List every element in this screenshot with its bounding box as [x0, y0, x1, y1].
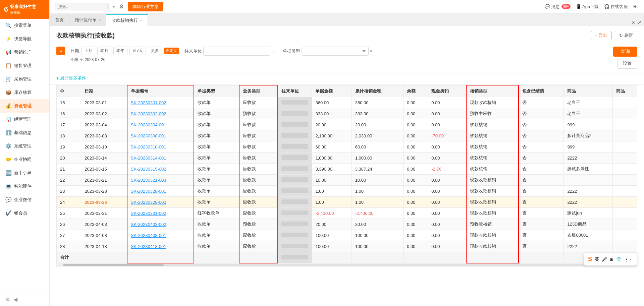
search-input[interactable] [55, 3, 109, 10]
doc-no-link[interactable]: SK-20230308-001 [131, 133, 166, 138]
cell-doc_no: SK-20230315-002 [127, 164, 194, 175]
cell-cash_discount [428, 252, 467, 263]
watermark-grid[interactable]: ⊞ [610, 257, 613, 262]
btn-more-dates[interactable]: 更多 [148, 47, 162, 55]
tab-collection-close[interactable]: × [140, 18, 142, 22]
cell-biz_type: 应收款 [239, 130, 278, 141]
sidebar-item-sales[interactable]: 📋销售管理 [0, 59, 49, 72]
app-download-link[interactable]: 📱 App下载 [576, 4, 599, 10]
tab-prepay[interactable]: 预计应付单 × [69, 14, 106, 26]
doc-no-link[interactable]: SK-20230328-001 [131, 189, 166, 194]
btn-this-year[interactable]: 本年 [113, 47, 127, 55]
cell-accum_cancel: 3,387.24 [352, 164, 403, 175]
tab-collection[interactable]: 收款核销执行 × [106, 14, 148, 26]
btn-last-7days[interactable]: 近7天 [129, 47, 146, 55]
sidebar-item-purchase[interactable]: 🛒采购管理 [0, 72, 49, 86]
horizontal-scrollbar[interactable] [56, 263, 637, 267]
btn-custom-date[interactable]: 自定义 [164, 48, 179, 54]
watermark-shirt[interactable]: 👕 [616, 257, 622, 262]
cell-seq: 15 [57, 97, 81, 108]
tab-home[interactable]: 首页 [50, 14, 69, 26]
notification-badge: 99+ [561, 4, 571, 9]
query-button[interactable]: 查询 [613, 47, 637, 57]
cell-partner [278, 141, 312, 152]
cell-accum_cancel: 100.00 [352, 230, 403, 241]
sidebar-item-enterprise[interactable]: 🤝企业协同 [0, 153, 49, 166]
sidebar-item-inventory[interactable]: 📦库存核算 [0, 86, 49, 99]
online-service-link[interactable]: 🎧 在线客服 [604, 4, 628, 10]
sidebar-item-marketing[interactable]: 📢营销推广 [0, 46, 49, 59]
doc-no-link[interactable]: SK-20230302-002 [131, 111, 166, 116]
tab-prepay-close[interactable]: × [99, 18, 101, 22]
cell-include_settled: 否 [519, 164, 564, 175]
cell-goods: 2222 [564, 152, 612, 164]
filter-date-label: 日期 [70, 48, 79, 54]
refresh-button[interactable]: ↻ 刷新 [615, 31, 637, 40]
data-table: ⚙日期单据编号单据类型业务类型往来单位单据金额累计核销金额余额现金折扣核销类型包… [56, 85, 637, 263]
table-row: 212023-03-15SK-20230315-002收款单应收款3,390.0… [57, 164, 637, 175]
cell-include_settled: 否 [519, 119, 564, 130]
cell-doc_no: SK-20230418-001 [127, 241, 194, 252]
sidebar-item-basic[interactable]: ℹ️基础信息 [0, 126, 49, 139]
window-close-btn[interactable]: × [632, 20, 635, 26]
doc-no-link[interactable]: SK-20230408-001 [131, 233, 166, 238]
messages-link[interactable]: 💬 消息 99+ [545, 4, 571, 10]
tab-collection-label: 收款核销执行 [112, 17, 138, 23]
cell-balance: 0.00 [404, 186, 428, 197]
sidebar-item-wechat[interactable]: 💬企业微信 [0, 193, 49, 206]
sidebar-item-system[interactable]: ⚙️系统管理 [0, 139, 49, 153]
col-header-include_settled: 包含已结清 [519, 85, 564, 97]
cell-partner [278, 219, 312, 230]
industry-btn[interactable]: 体验行业方案 [128, 2, 163, 11]
cell-goods: 999 [564, 141, 612, 152]
cell-amount [312, 252, 352, 263]
scroll-thumb[interactable] [63, 264, 164, 266]
filter-expand-btn[interactable]: ▾ 展开更多条件 [56, 74, 637, 82]
doc-no-link[interactable]: SK-20230315-002 [131, 167, 166, 172]
doc-no-link[interactable]: SK-20230310-001 [131, 144, 166, 149]
watermark-mic[interactable]: 🎤 [602, 257, 607, 262]
sidebar-item-quick-nav[interactable]: ⚡快捷导航 [0, 32, 49, 46]
sidebar-item-member[interactable]: ✔️畅会员 [0, 206, 49, 220]
filter-receipt-type-select[interactable] [302, 47, 369, 56]
gear-icon[interactable]: ⚙ [119, 3, 124, 10]
sidebar-item-finance[interactable]: 💰资金管理 [0, 99, 49, 113]
cell-cash_discount: 0.00 [428, 186, 467, 197]
filter-more-dots[interactable]: ··· [272, 49, 277, 54]
doc-no-link[interactable]: SK-20230331-002 [131, 211, 166, 216]
filter-partner-input[interactable] [203, 47, 270, 56]
btn-last-month[interactable]: 上月 [81, 47, 95, 55]
sidebar-label-quick-nav: 快捷导航 [14, 36, 32, 42]
settings-button[interactable]: 设置 [617, 58, 637, 69]
cell-balance: 0.00 [404, 97, 428, 108]
sidebar-item-search[interactable]: 🔍搜索菜单 [0, 19, 49, 32]
cell-date: 2023-03-08 [81, 130, 127, 141]
doc-no-link[interactable]: SK-20230403-002 [131, 222, 166, 227]
doc-no-link[interactable]: SK-20230321-003 [131, 178, 166, 183]
sidebar-item-hardware[interactable]: 💻智能硬件 [0, 180, 49, 193]
filter-toggle-btn[interactable]: » [56, 47, 65, 55]
cell-biz_type: 应收款 [239, 175, 278, 186]
cell-amount: 60.00 [312, 141, 352, 152]
sidebar-item-guide[interactable]: 🆕新手引导 [0, 166, 49, 180]
export-button[interactable]: ↑ 导出 [591, 31, 612, 40]
doc-no-link[interactable]: SK-20230304-001 [131, 122, 166, 127]
watermark-apps[interactable]: ⋮⋮ [624, 257, 633, 262]
doc-no-link[interactable]: SK-20230314-001 [131, 156, 166, 161]
window-expand-btn[interactable]: ⤢ [637, 19, 641, 26]
cell-accum_cancel: 20.00 [352, 119, 403, 130]
settings-icon[interactable]: ⚙ [5, 296, 10, 303]
cell-cancel_type: 收款核销 [466, 152, 519, 164]
cell-goods2 [612, 97, 637, 108]
sidebar-item-operations[interactable]: 📊经营管理 [0, 113, 49, 126]
collapse-icon[interactable]: ◀ [13, 296, 17, 303]
user-name: Rit [633, 4, 639, 9]
doc-no-link[interactable]: SK-20230301-002 [131, 100, 166, 105]
doc-no-link[interactable]: SK-20230328-002 [131, 200, 166, 205]
cell-doc_type: 红字收款单 [194, 208, 239, 219]
btn-this-month[interactable]: 本月 [97, 47, 111, 55]
doc-no-link[interactable]: SK-20230418-001 [131, 244, 166, 249]
cell-partner [278, 197, 312, 208]
dropdown-icon[interactable]: ▾ [113, 4, 115, 9]
cell-cancel_type: 现款收款核销 [466, 241, 519, 252]
